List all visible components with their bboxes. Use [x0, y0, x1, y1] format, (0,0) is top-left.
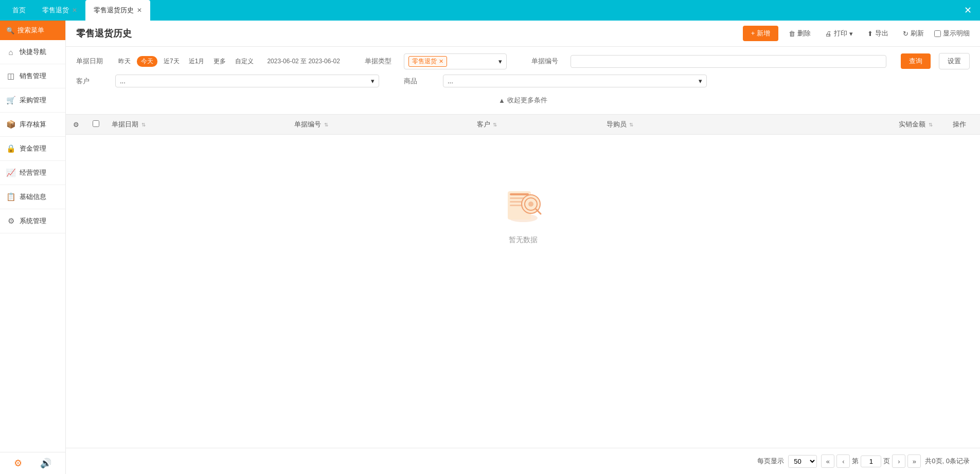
tab-home[interactable]: 首页	[4, 0, 34, 21]
table-header-number[interactable]: 单据编号 ⇅	[288, 115, 471, 135]
search-icon: 🔍	[6, 27, 14, 34]
column-settings-icon[interactable]: ⚙	[73, 121, 79, 129]
operations-icon: 📈	[6, 168, 15, 177]
svg-rect-2	[510, 193, 529, 195]
delete-label: 删除	[797, 29, 811, 38]
sidebar-footer: ⚙ 🔊	[0, 452, 65, 474]
tab-home-label: 首页	[12, 6, 26, 15]
system-icon: ⚙	[6, 216, 15, 226]
customer-select[interactable]: ... ▾	[115, 75, 379, 87]
page-unit: 页	[883, 457, 890, 466]
page-size-select[interactable]: 20 50 100	[788, 455, 817, 468]
date-option-custom[interactable]: 自定义	[232, 56, 257, 67]
export-icon: ⬆	[867, 30, 873, 38]
table-header-ops: 操作	[939, 115, 980, 135]
date-option-today[interactable]: 今天	[137, 56, 157, 67]
page-next-button[interactable]: ›	[892, 454, 905, 468]
tab-retail-return-history[interactable]: 零售退货历史 ✕	[85, 0, 150, 21]
page-number-input[interactable]	[861, 455, 881, 467]
page-first-button[interactable]: «	[821, 454, 834, 468]
amount-sort-icon: ⇅	[929, 122, 933, 127]
add-button[interactable]: + 新增	[743, 26, 778, 41]
sidebar-item-system-mgmt[interactable]: ⚙ 系统管理	[0, 209, 65, 233]
sidebar-item-finance-mgmt[interactable]: 🔒 资金管理	[0, 137, 65, 161]
date-option-more[interactable]: 更多	[210, 56, 229, 67]
print-label: 打印	[834, 29, 847, 38]
content-area: 零售退货历史 + 新增 🗑 删除 🖨 打印 ▾ ⬆ 导出 ↻	[66, 21, 980, 474]
select-all-checkbox[interactable]	[93, 120, 99, 127]
tab-retail-return[interactable]: 零售退货 ✕	[34, 0, 85, 21]
print-dropdown-icon: ▾	[849, 30, 853, 38]
pagination: 每页显示 20 50 100 « ‹ 第 页 › » 共0页, 0条记录	[66, 448, 980, 474]
date-option-1month[interactable]: 近1月	[186, 56, 208, 67]
date-options: 昨天 今天 近7天 近1月 更多 自定义	[115, 56, 257, 67]
sidebar-item-sales-mgmt-label: 销售管理	[20, 71, 46, 81]
query-button[interactable]: 查询	[901, 53, 931, 69]
table-header-guide[interactable]: 导购员 ⇅	[600, 115, 756, 135]
empty-row: 暂无数据	[66, 135, 980, 286]
settings-button[interactable]: 设置	[939, 53, 970, 69]
doc-type-tag-remove[interactable]: ✕	[439, 58, 443, 65]
sidebar-item-operations-mgmt[interactable]: 📈 经营管理	[0, 161, 65, 185]
sidebar-item-inventory[interactable]: 📦 库存核算	[0, 113, 65, 137]
date-filter-label: 单据日期	[76, 57, 107, 66]
date-option-yesterday[interactable]: 昨天	[115, 56, 134, 67]
number-col-label: 单据编号	[294, 120, 321, 128]
sidebar-item-quick-nav[interactable]: ⌂ 快捷导航	[0, 40, 65, 64]
print-button[interactable]: 🖨 打印 ▾	[821, 27, 857, 40]
doc-type-tag: 零售退货 ✕	[408, 56, 447, 67]
doc-type-tag-label: 零售退货	[412, 57, 437, 66]
purchase-icon: 🛒	[6, 96, 15, 105]
sidebar-nav: ⌂ 快捷导航 ◫ 销售管理 🛒 采购管理 📦 库存核算 🔒 资金管理 📈 经	[0, 40, 65, 452]
refresh-label: 刷新	[911, 29, 924, 38]
guide-sort-icon: ⇅	[629, 122, 633, 127]
doc-number-input[interactable]	[571, 55, 886, 68]
filter-row-2: 客户 ... ▾ 商品 ... ▾	[76, 75, 970, 87]
sidebar-item-purchase-mgmt[interactable]: 🛒 采购管理	[0, 88, 65, 113]
table-header-amount[interactable]: 实销金额 ⇅	[756, 115, 939, 135]
sidebar-item-basic-info[interactable]: 📋 基础信息	[0, 185, 65, 209]
collapse-label: 收起更多条件	[507, 96, 547, 105]
header-actions: + 新增 🗑 删除 🖨 打印 ▾ ⬆ 导出 ↻ 刷新	[743, 26, 970, 41]
goods-select[interactable]: ... ▾	[443, 75, 707, 87]
inventory-icon: 📦	[6, 120, 15, 129]
settings-footer-icon[interactable]: ⚙	[14, 458, 22, 469]
goods-placeholder: ...	[448, 77, 453, 85]
display-detail-label: 显示明细	[943, 29, 970, 38]
filter-area: 单据日期 昨天 今天 近7天 近1月 更多 自定义 2023-06-02 至 2…	[66, 47, 980, 115]
window-close-button[interactable]: ✕	[960, 5, 976, 16]
date-col-label: 单据日期	[112, 120, 138, 128]
tab-retail-return-history-close[interactable]: ✕	[137, 7, 142, 14]
display-detail-toggle[interactable]: 显示明细	[934, 29, 970, 38]
goods-filter-label: 商品	[404, 77, 435, 86]
sidebar: 🔍 搜索菜单 ⌂ 快捷导航 ◫ 销售管理 🛒 采购管理 📦 库存核算 🔒	[0, 21, 66, 474]
table-header-customer[interactable]: 客户 ⇅	[471, 115, 600, 135]
tab-retail-return-label: 零售退货	[42, 6, 69, 15]
sidebar-item-purchase-mgmt-label: 采购管理	[20, 96, 46, 105]
table-header-settings[interactable]: ⚙	[66, 115, 86, 135]
delete-button[interactable]: 🗑 删除	[785, 27, 815, 40]
collapse-button[interactable]: ▲ 收起更多条件	[76, 93, 970, 108]
volume-footer-icon[interactable]: 🔊	[40, 458, 51, 469]
search-menu-button[interactable]: 🔍 搜索菜单	[0, 21, 65, 40]
sidebar-item-basic-info-label: 基础信息	[20, 192, 46, 202]
refresh-button[interactable]: ↻ 刷新	[899, 27, 928, 40]
export-button[interactable]: ⬆ 导出	[863, 27, 893, 40]
page-prev-button[interactable]: ‹	[836, 454, 850, 468]
table-body: 暂无数据	[66, 135, 980, 286]
sidebar-item-sales-mgmt[interactable]: ◫ 销售管理	[0, 64, 65, 88]
amount-col-label: 实销金额	[899, 120, 925, 128]
doc-type-select[interactable]: 零售退货 ✕ ▾	[404, 53, 507, 69]
table-header-checkbox[interactable]	[86, 115, 105, 135]
basic-info-icon: 📋	[6, 192, 15, 202]
table-header-date[interactable]: 单据日期 ⇅	[105, 115, 288, 135]
tab-retail-return-close[interactable]: ✕	[72, 7, 77, 14]
sales-icon: ◫	[6, 71, 15, 81]
date-sort-icon: ⇅	[141, 122, 146, 127]
page-last-button[interactable]: »	[907, 454, 921, 468]
filter-row-1: 单据日期 昨天 今天 近7天 近1月 更多 自定义 2023-06-02 至 2…	[76, 53, 970, 69]
date-option-7days[interactable]: 近7天	[161, 56, 183, 67]
page-label: 第	[852, 457, 859, 466]
display-detail-checkbox[interactable]	[934, 30, 941, 37]
date-range-display: 2023-06-02 至 2023-06-02	[267, 57, 340, 66]
